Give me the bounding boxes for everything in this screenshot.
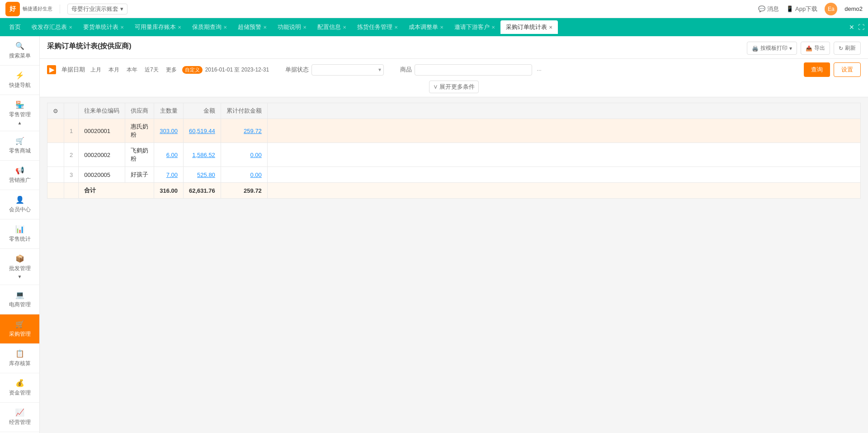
- finance-icon: 💰: [15, 379, 24, 387]
- sidebar-item-ecommerce[interactable]: 💻 电商管理: [0, 285, 39, 314]
- table-total-row: 合计 316.00 62,631.76 259.72: [47, 183, 861, 199]
- sidebar-item-marketing[interactable]: 📢 营销推广: [0, 161, 39, 190]
- message-button[interactable]: 💬 消息: [758, 5, 779, 13]
- workspace-selector[interactable]: 母婴行业演示账套 ▾: [67, 4, 127, 14]
- tab-inventory-book[interactable]: 可用量库存账本 ✕: [129, 20, 187, 34]
- tab-order-stats[interactable]: 要货单统计表 ✕: [78, 20, 129, 34]
- th-settings[interactable]: ⚙: [47, 103, 64, 119]
- sidebar-item-retail-mgmt[interactable]: 🏪 零售管理 ▲: [0, 95, 39, 131]
- sidebar-item-quick-nav[interactable]: ⚡ 快捷导航: [0, 66, 39, 95]
- th-paid-amount: 累计付款金额: [221, 103, 267, 119]
- tab-pick-task[interactable]: 拣货任务管理 ✕: [352, 20, 403, 34]
- filter-row-main: ▶ 单据日期 上月 本月 本年 近7天 更多 自定义 2016-01-01 至 …: [47, 62, 861, 77]
- goods-input[interactable]: [415, 64, 532, 76]
- sidebar-item-search[interactable]: 🔍 搜索菜单: [0, 36, 39, 66]
- custom-date-tag[interactable]: 自定义: [182, 66, 203, 74]
- nav-expand-icon[interactable]: ⛶: [858, 24, 864, 31]
- shortcut-this-year[interactable]: 本年: [124, 65, 140, 75]
- tab-close-cost-adjust[interactable]: ✕: [440, 25, 443, 30]
- td-unit-code-3: 00020005: [79, 167, 125, 183]
- td-settings-2: [47, 143, 64, 167]
- phone-icon: 📱: [786, 5, 793, 12]
- inventory-icon: 📋: [15, 349, 24, 358]
- td-amount-1[interactable]: 60,519.44: [184, 119, 221, 143]
- tab-config-info[interactable]: 配置信息 ✕: [312, 20, 352, 34]
- table-header-row: ⚙ 往来单位编码 供应商 主数量 金额 累计付款金额: [47, 103, 861, 119]
- td-amount-3[interactable]: 525.80: [184, 167, 221, 183]
- tab-overstock-warn[interactable]: 超储预警 ✕: [232, 20, 272, 34]
- td-extra-1: [267, 119, 860, 143]
- tab-receive-pay[interactable]: 收发存汇总表 ✕: [26, 20, 78, 34]
- sidebar-item-purchase-mgmt[interactable]: 🛒 采购管理: [0, 314, 39, 344]
- shortcut-more[interactable]: 更多: [163, 65, 179, 75]
- sidebar-label-wholesale-mgmt: 批发管理: [9, 265, 31, 272]
- print-button[interactable]: 🖨️ 按模板打印 ▾: [747, 42, 797, 55]
- sidebar-label-retail-shop: 零售商城: [9, 147, 31, 155]
- tab-close-order-stats[interactable]: ✕: [120, 25, 124, 30]
- td-quantity-1[interactable]: 303.00: [154, 119, 184, 143]
- td-index-1: 1: [64, 119, 79, 143]
- tab-close-purchase-stats[interactable]: ✕: [549, 25, 552, 30]
- shortcut-this-month[interactable]: 本月: [106, 65, 122, 75]
- filter-group-goods: 商品 ···: [400, 64, 543, 76]
- sidebar-item-member-center[interactable]: 👤 会员中心: [0, 190, 39, 219]
- expand-toggle-button[interactable]: ▶: [47, 65, 56, 74]
- tab-invite-customer[interactable]: 邀请下游客户 ✕: [449, 20, 500, 34]
- status-select[interactable]: [311, 64, 384, 76]
- avatar[interactable]: Ea: [825, 3, 837, 15]
- nav-close-icon[interactable]: ✕: [849, 24, 854, 31]
- table-row[interactable]: 1 00020001 惠氏奶粉 303.00 60,519.44 259.72: [47, 119, 861, 143]
- refresh-icon: ↻: [839, 45, 843, 52]
- td-total-extra: [267, 183, 860, 199]
- td-quantity-3[interactable]: 7.00: [154, 167, 184, 183]
- th-unit-code: 往来单位编码: [79, 103, 125, 119]
- td-settings-1: [47, 119, 64, 143]
- tab-close-function-desc[interactable]: ✕: [303, 25, 307, 30]
- query-button[interactable]: 查询: [804, 62, 830, 77]
- tab-cost-adjust[interactable]: 成本调整单 ✕: [403, 20, 449, 34]
- tab-close-overstock-warn[interactable]: ✕: [263, 25, 267, 30]
- sidebar-item-inventory[interactable]: 📋 库存核算: [0, 344, 39, 373]
- shortcut-7days[interactable]: 近7天: [142, 65, 161, 75]
- date-range-value: 2016-01-01 至 2023-12-31: [205, 66, 269, 74]
- th-quantity: 主数量: [154, 103, 184, 119]
- tab-close-receive-pay[interactable]: ✕: [69, 25, 72, 30]
- td-total-amount: 62,631.76: [184, 183, 221, 199]
- tab-expiry-query[interactable]: 保质期查询 ✕: [187, 20, 232, 34]
- tab-home[interactable]: 首页: [4, 20, 26, 34]
- sidebar-item-finance[interactable]: 💰 资金管理: [0, 373, 39, 403]
- status-filter-label: 单据状态: [285, 66, 309, 74]
- tab-close-pick-task[interactable]: ✕: [394, 25, 398, 30]
- td-quantity-2[interactable]: 6.00: [154, 143, 184, 167]
- table-row[interactable]: 3 00020005 好孩子 7.00 525.80 0.00: [47, 167, 861, 183]
- tab-function-desc[interactable]: 功能说明 ✕: [272, 20, 312, 34]
- td-paid-amount-3[interactable]: 0.00: [221, 167, 267, 183]
- ecommerce-icon: 💻: [15, 290, 24, 299]
- td-paid-amount-2[interactable]: 0.00: [221, 143, 267, 167]
- sidebar-item-wholesale-mgmt[interactable]: 📦 批发管理 ▼: [0, 249, 39, 285]
- tab-close-invite-customer[interactable]: ✕: [491, 25, 495, 30]
- td-supplier-1: 惠氏奶粉: [125, 119, 154, 143]
- refresh-button[interactable]: ↻ 刷新: [834, 42, 861, 55]
- operations-icon: 📈: [15, 408, 24, 417]
- expand-more-button[interactable]: ∨ 展开更多条件: [429, 81, 479, 93]
- sidebar-item-retail-shop[interactable]: 🛒 零售商城: [0, 131, 39, 161]
- table-area: ⚙ 往来单位编码 供应商 主数量 金额 累计付款金额 1 00020001: [40, 97, 868, 433]
- tab-close-config-info[interactable]: ✕: [343, 25, 346, 30]
- tab-close-expiry-query[interactable]: ✕: [223, 25, 227, 30]
- app-download-button[interactable]: 📱 App下载: [786, 5, 817, 13]
- export-button[interactable]: 📤 导出: [801, 42, 830, 55]
- td-amount-2[interactable]: 1,586.52: [184, 143, 221, 167]
- sidebar-item-retail-stats[interactable]: 📊 零售统计: [0, 219, 39, 249]
- main-nav: 首页 收发存汇总表 ✕ 要货单统计表 ✕ 可用量库存账本 ✕ 保质期查询 ✕ 超…: [0, 18, 868, 36]
- td-paid-amount-1[interactable]: 259.72: [221, 119, 267, 143]
- table-row[interactable]: 2 00020002 飞鹤奶粉 6.00 1,586.52 0.00: [47, 143, 861, 167]
- tab-purchase-stats[interactable]: 采购订单统计表 ✕: [500, 20, 558, 34]
- tab-close-inventory-book[interactable]: ✕: [178, 25, 181, 30]
- sidebar-item-operations[interactable]: 📈 经营管理: [0, 403, 39, 432]
- shortcut-last-month[interactable]: 上月: [88, 65, 104, 75]
- goods-ellipsis-button[interactable]: ···: [535, 67, 543, 73]
- status-select-wrapper: [311, 64, 384, 76]
- settings-button[interactable]: 设置: [834, 62, 861, 77]
- marketing-icon: 📢: [15, 166, 24, 175]
